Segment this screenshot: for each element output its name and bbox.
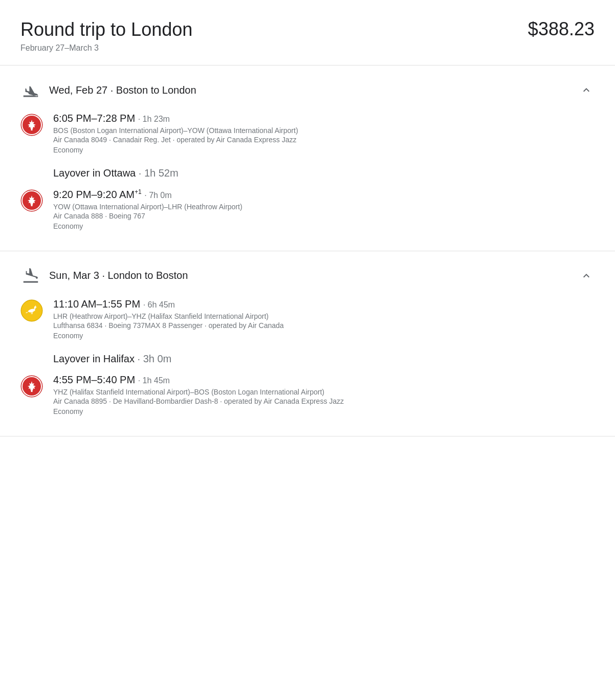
outbound-leg1-cabin: Economy	[53, 146, 595, 154]
return-leg1-route: LHR (Heathrow Airport)–YHZ (Halifax Stan…	[53, 312, 595, 320]
outbound-leg1-details: 6:05 PM–7:28 PM · 1h 23m BOS (Boston Log…	[53, 113, 595, 154]
header-left: Round trip to London February 27–March 3	[20, 18, 192, 53]
outbound-section-title: Wed, Feb 27 · Boston to London	[49, 84, 196, 96]
outbound-leg2-cabin: Economy	[53, 222, 595, 230]
outbound-leg1-row: 6:05 PM–7:28 PM · 1h 23m BOS (Boston Log…	[20, 113, 595, 154]
outbound-section-header: Wed, Feb 27 · Boston to London	[20, 80, 595, 100]
total-price: $388.23	[528, 18, 595, 40]
air-canada-logo-3	[20, 375, 43, 398]
air-canada-logo-2	[20, 189, 43, 212]
return-layover-text: Layover in Halifax · 3h 0m	[53, 353, 171, 365]
outbound-header-left: Wed, Feb 27 · Boston to London	[20, 80, 196, 100]
lufthansa-logo	[20, 299, 43, 322]
return-layover: Layover in Halifax · 3h 0m	[20, 344, 595, 374]
outbound-leg2-duration: · 7h 0m	[144, 191, 171, 200]
return-leg2-airline-info: Air Canada 8895 · De Havilland-Bombardie…	[53, 397, 595, 405]
return-leg2-time: 4:55 PM–5:40 PM · 1h 45m	[53, 374, 595, 386]
return-leg1-time: 11:10 AM–1:55 PM · 6h 45m	[53, 298, 595, 310]
outbound-leg2-time: 9:20 PM–9:20 AM+1 · 7h 0m	[53, 188, 595, 201]
travel-dates: February 27–March 3	[20, 43, 192, 53]
return-leg2-row: 4:55 PM–5:40 PM · 1h 45m YHZ (Halifax St…	[20, 374, 595, 415]
return-section-title: Sun, Mar 3 · London to Boston	[49, 270, 188, 281]
return-leg2-cabin: Economy	[53, 407, 595, 415]
landing-icon	[20, 266, 41, 286]
svg-rect-7	[31, 204, 33, 206]
svg-rect-16	[31, 390, 33, 392]
return-leg1-row: 11:10 AM–1:55 PM · 6h 45m LHR (Heathrow …	[20, 298, 595, 340]
return-section-header: Sun, Mar 3 · London to Boston	[20, 266, 595, 286]
outbound-layover-duration: · 1h 52m	[139, 167, 179, 179]
outbound-leg2-route: YOW (Ottawa International Airport)–LHR (…	[53, 203, 595, 211]
return-header-left: Sun, Mar 3 · London to Boston	[20, 266, 188, 286]
takeoff-icon	[20, 80, 41, 100]
return-leg1-airline-info: Lufthansa 6834 · Boeing 737MAX 8 Passeng…	[53, 321, 595, 330]
return-leg1-details: 11:10 AM–1:55 PM · 6h 45m LHR (Heathrow …	[53, 298, 595, 340]
outbound-leg2-row: 9:20 PM–9:20 AM+1 · 7h 0m YOW (Ottawa In…	[20, 188, 595, 230]
outbound-section: Wed, Feb 27 · Boston to London	[0, 65, 615, 251]
svg-rect-3	[31, 128, 33, 130]
outbound-collapse-button[interactable]	[578, 82, 595, 98]
return-leg1-duration: · 6h 45m	[143, 300, 175, 309]
outbound-leg1-duration: · 1h 23m	[138, 115, 170, 123]
outbound-leg2-details: 9:20 PM–9:20 AM+1 · 7h 0m YOW (Ottawa In…	[53, 188, 595, 230]
return-leg1-cabin: Economy	[53, 332, 595, 340]
return-leg2-route: YHZ (Halifax Stanfield International Air…	[53, 388, 595, 396]
return-collapse-button[interactable]	[578, 268, 595, 284]
return-layover-duration: · 3h 0m	[138, 353, 172, 364]
outbound-leg1-airline-info: Air Canada 8049 · Canadair Reg. Jet · op…	[53, 136, 595, 144]
outbound-layover: Layover in Ottawa · 1h 52m	[20, 158, 595, 188]
outbound-leg1-time: 6:05 PM–7:28 PM · 1h 23m	[53, 113, 595, 124]
return-leg2-duration: · 1h 45m	[138, 376, 170, 385]
page-header: Round trip to London February 27–March 3…	[0, 0, 615, 65]
outbound-layover-text: Layover in Ottawa · 1h 52m	[53, 167, 179, 179]
return-section: Sun, Mar 3 · London to Boston	[0, 251, 615, 436]
outbound-leg1-route: BOS (Boston Logan International Airport)…	[53, 126, 595, 135]
return-leg2-details: 4:55 PM–5:40 PM · 1h 45m YHZ (Halifax St…	[53, 374, 595, 415]
air-canada-logo-1	[20, 114, 43, 136]
outbound-leg2-airline-info: Air Canada 888 · Boeing 767	[53, 212, 595, 220]
page-title: Round trip to London	[20, 18, 192, 40]
